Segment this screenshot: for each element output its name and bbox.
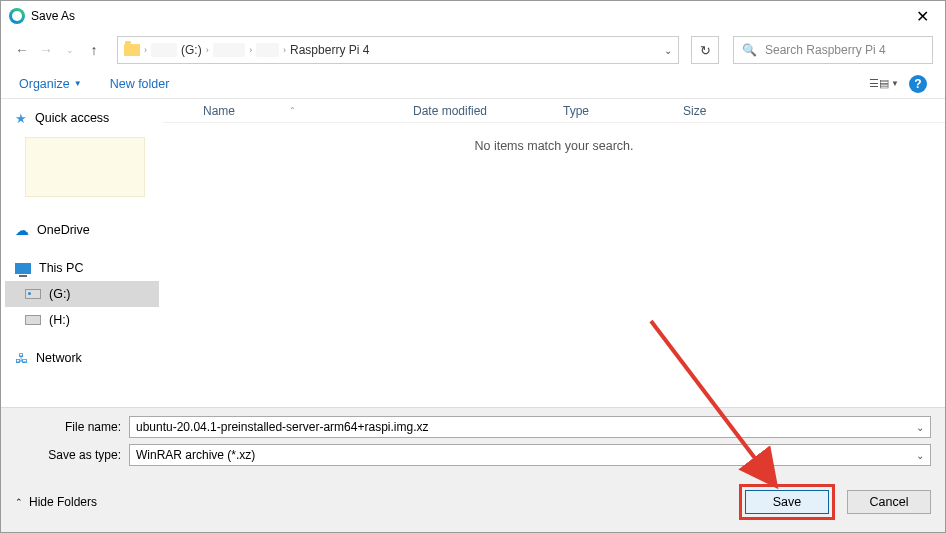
search-icon: 🔍 — [742, 43, 757, 57]
breadcrumb-drive[interactable]: (G:) — [181, 43, 202, 57]
bottom-panel: File name: ubuntu-20.04.1-preinstalled-s… — [1, 407, 945, 532]
breadcrumb-seg1[interactable] — [213, 43, 246, 57]
sidebar-item-network[interactable]: 🖧 Network — [5, 345, 159, 371]
file-list: Name ⌃ Date modified Type Size No items … — [163, 99, 945, 419]
list-icon: ☰▤ — [869, 77, 889, 90]
sidebar-item-drive-h[interactable]: (H:) — [5, 307, 159, 333]
empty-list-message: No items match your search. — [163, 123, 945, 153]
address-bar[interactable]: › (G:) › › › Raspberry Pi 4 ⌄ — [117, 36, 679, 64]
save-as-type-label: Save as type: — [15, 448, 129, 462]
back-icon[interactable]: ← — [13, 42, 31, 58]
help-icon[interactable]: ? — [909, 75, 927, 93]
hide-folders-toggle[interactable]: ⌃ Hide Folders — [15, 495, 97, 509]
network-icon: 🖧 — [15, 351, 28, 366]
chevron-right-icon: › — [206, 45, 209, 55]
organize-menu[interactable]: Organize ▼ — [19, 77, 82, 91]
column-type[interactable]: Type — [563, 104, 683, 118]
chevron-down-icon[interactable]: ⌄ — [916, 422, 924, 433]
forward-icon: → — [37, 42, 55, 58]
sidebar-item-quick-access[interactable]: ★ Quick access — [5, 105, 159, 131]
filename-label: File name: — [15, 420, 129, 434]
sidebar-thumbnail[interactable] — [25, 137, 145, 197]
chevron-down-icon: ▼ — [74, 79, 82, 88]
breadcrumb-seg2[interactable] — [256, 43, 279, 57]
cloud-icon: ☁ — [15, 222, 29, 238]
navigation-pane: ★ Quick access ☁ OneDrive This PC (G:) (… — [1, 99, 163, 419]
filename-input[interactable]: ubuntu-20.04.1-preinstalled-server-arm64… — [129, 416, 931, 438]
view-options-button[interactable]: ☰▤ ▼ — [869, 77, 899, 90]
search-input[interactable]: 🔍 Search Raspberry Pi 4 — [733, 36, 933, 64]
window-title: Save As — [31, 9, 75, 23]
command-bar: Organize ▼ New folder ☰▤ ▼ ? — [1, 69, 945, 99]
save-button[interactable]: Save — [745, 490, 829, 514]
address-dropdown-icon[interactable]: ⌄ — [664, 45, 672, 56]
sidebar-item-drive-g[interactable]: (G:) — [5, 281, 159, 307]
up-icon[interactable]: ↑ — [85, 42, 103, 58]
title-bar: Save As ✕ — [1, 1, 945, 31]
cancel-button[interactable]: Cancel — [847, 490, 931, 514]
chevron-right-icon: › — [283, 45, 286, 55]
monitor-icon — [15, 263, 31, 274]
chevron-right-icon: › — [249, 45, 252, 55]
drive-icon — [25, 289, 41, 299]
chevron-down-icon: ▼ — [891, 79, 899, 88]
chevron-down-icon[interactable]: ⌄ — [916, 450, 924, 461]
close-icon[interactable]: ✕ — [908, 3, 937, 30]
annotation-highlight: Save — [739, 484, 835, 520]
folder-icon — [124, 44, 140, 56]
drive-icon — [25, 315, 41, 325]
new-folder-button[interactable]: New folder — [110, 77, 170, 91]
save-as-type-select[interactable]: WinRAR archive (*.xz) ⌄ — [129, 444, 931, 466]
chevron-up-icon: ⌃ — [15, 497, 23, 507]
column-size[interactable]: Size — [683, 104, 783, 118]
chevron-right-icon: › — [144, 45, 147, 55]
sidebar-item-onedrive[interactable]: ☁ OneDrive — [5, 217, 159, 243]
sidebar-item-this-pc[interactable]: This PC — [5, 255, 159, 281]
column-name[interactable]: Name ⌃ — [163, 104, 413, 118]
column-date[interactable]: Date modified — [413, 104, 563, 118]
sort-indicator-icon: ⌃ — [289, 106, 296, 115]
app-icon — [9, 8, 25, 24]
breadcrumb-current[interactable]: Raspberry Pi 4 — [290, 43, 369, 57]
search-placeholder: Search Raspberry Pi 4 — [765, 43, 886, 57]
column-headers: Name ⌃ Date modified Type Size — [163, 99, 945, 123]
refresh-button[interactable]: ↻ — [691, 36, 719, 64]
recent-dropdown-icon[interactable]: ⌄ — [61, 45, 79, 55]
breadcrumb-root[interactable] — [151, 43, 177, 57]
star-icon: ★ — [15, 111, 27, 126]
navigation-row: ← → ⌄ ↑ › (G:) › › › Raspberry Pi 4 ⌄ ↻ … — [1, 31, 945, 69]
